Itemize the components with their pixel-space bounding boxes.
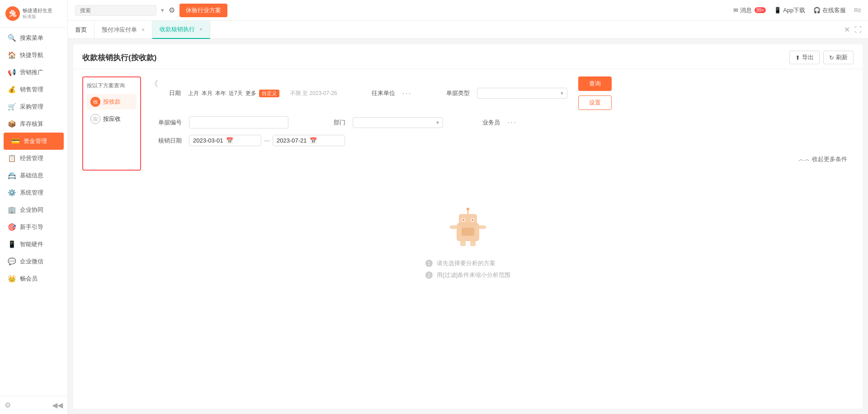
- sidebar-item-finance[interactable]: 💳 资金管理: [4, 133, 64, 150]
- collapse-sidebar-icon[interactable]: ◀◀: [52, 401, 63, 409]
- online-service-button[interactable]: 🎧 在线客服: [813, 6, 846, 14]
- filter-option-label: 按应收: [103, 115, 121, 123]
- filter-main: 日期 上月 本月 本年 近7天 更多 自定义 不限 至 2023-07-26: [158, 76, 854, 171]
- collapse-up-icon: ︿︿: [798, 155, 810, 163]
- finance-icon: 💳: [11, 137, 20, 145]
- topbar-search-input[interactable]: [75, 5, 156, 16]
- collapse-more-conditions-button[interactable]: ︿︿ 收起更多条件: [792, 152, 854, 166]
- tab-expand-icon[interactable]: ⛶: [853, 24, 863, 36]
- svg-point-4: [462, 219, 464, 221]
- setting-button[interactable]: 设置: [578, 95, 612, 110]
- marketing-icon: 📢: [7, 68, 16, 76]
- tabs-actions: ✕ ⛶: [842, 24, 868, 36]
- date-last-month[interactable]: 上月: [188, 90, 199, 97]
- tab-receipt-close-icon[interactable]: ×: [199, 26, 203, 33]
- tab-prepay[interactable]: 预付冲应付单 ×: [94, 21, 152, 39]
- calendar-to-icon[interactable]: 📅: [310, 137, 341, 144]
- filter-option-label: 按收款: [103, 98, 121, 106]
- sidebar-item-inventory[interactable]: 📦 库存核算: [0, 115, 67, 133]
- svg-rect-9: [479, 225, 486, 229]
- date-quick-links: 上月 本月 本年 近7天 更多 自定义: [188, 90, 279, 97]
- message-button[interactable]: ✉ 消息 99+: [733, 6, 766, 14]
- hardware-icon: 📱: [7, 240, 16, 248]
- sidebar-item-label: 库存核算: [20, 120, 43, 128]
- verify-date-to-value: 2023-07-21: [277, 137, 308, 144]
- filter-row-doc: 单据编号 部门 ▾ 业务员 ···: [158, 116, 854, 128]
- svg-rect-8: [450, 225, 457, 229]
- filter-section-bottom: ︿︿ 收起更多条件: [158, 152, 854, 171]
- filter-collapse-arrow-icon[interactable]: 《: [150, 76, 158, 89]
- query-buttons: 查询 设置: [578, 76, 612, 110]
- user-name: Rit: [854, 7, 861, 14]
- settings-icon[interactable]: ⚙: [5, 401, 11, 409]
- date-more[interactable]: 更多: [245, 90, 256, 97]
- sales-filter-label: 业务员: [477, 119, 500, 127]
- app-logo: 兔 畅捷通好生意 标准版: [0, 0, 67, 28]
- date-last-7-days[interactable]: 近7天: [229, 90, 243, 97]
- message-badge: 99+: [755, 7, 766, 13]
- main-area: ▾ ⚙ 休验行业方案 ✉ 消息 99+ 📱 App下载 🎧 在线客服 Rit 首…: [68, 0, 868, 414]
- message-label: 消息: [740, 6, 752, 14]
- doc-num-input[interactable]: [189, 116, 288, 128]
- tab-home-label: 首页: [75, 26, 87, 34]
- sidebar-item-basicinfo[interactable]: 📇 基础信息: [0, 167, 67, 184]
- filter-option-by-receivable[interactable]: 应 按应收: [87, 111, 137, 127]
- verify-date-from-input[interactable]: 2023-03-01 📅: [189, 135, 261, 146]
- tab-receipt[interactable]: 收款核销执行 ×: [152, 21, 210, 39]
- partner-select-dots[interactable]: ···: [402, 89, 412, 98]
- query-button[interactable]: 查询: [578, 76, 612, 91]
- sidebar-item-sales[interactable]: 💰 销售管理: [0, 81, 67, 98]
- svg-rect-12: [462, 228, 474, 236]
- filter-option-by-receipt[interactable]: 收 按收款: [87, 94, 137, 109]
- sales-select-dots[interactable]: ···: [507, 118, 517, 127]
- sidebar-footer: ⚙ ◀◀: [0, 396, 67, 414]
- filter-row-date: 日期 上月 本月 本年 近7天 更多 自定义 不限 至 2023-07-26: [158, 76, 854, 110]
- industry-solution-button[interactable]: 休验行业方案: [179, 4, 227, 17]
- custom-date-tag: 自定义: [259, 90, 279, 97]
- hint-num-2: 2: [425, 271, 433, 279]
- topbar-gear-icon[interactable]: ⚙: [169, 6, 175, 14]
- sidebar-item-label: 销售管理: [20, 86, 43, 94]
- sidebar-item-wechat[interactable]: 💬 企业微信: [0, 253, 67, 270]
- sidebar-item-search[interactable]: 🔍 搜索菜单: [0, 29, 67, 47]
- app-download-label: App下载: [783, 6, 805, 14]
- empty-hints: 1 请先选择要分析的方案 2 用[过滤]条件来缩小分析范围: [425, 257, 511, 281]
- sidebar-item-purchase[interactable]: 🛒 采购管理: [0, 98, 67, 115]
- sidebar-item-label: 新手引导: [20, 223, 43, 231]
- doc-type-select[interactable]: ▾: [477, 88, 567, 99]
- sidebar-item-marketing[interactable]: 📢 营销推广: [0, 64, 67, 81]
- filter-sidebar-title: 按以下方案查询: [87, 82, 137, 90]
- home-icon: 🏠: [7, 51, 16, 59]
- purchase-icon: 🛒: [7, 103, 16, 111]
- mobile-icon: 📱: [774, 7, 781, 14]
- page-title: 收款核销执行(按收款): [82, 52, 156, 63]
- sidebar-item-hardware[interactable]: 📱 智能硬件: [0, 236, 67, 253]
- tab-prepay-close-icon[interactable]: ×: [142, 27, 145, 33]
- sidebar-item-system[interactable]: ⚙️ 系统管理: [0, 184, 67, 201]
- date-this-year[interactable]: 本年: [215, 90, 226, 97]
- tab-close-all-icon[interactable]: ✕: [842, 24, 852, 36]
- refresh-button[interactable]: ↻ 刷新: [823, 51, 854, 64]
- app-edition: 标准版: [23, 14, 52, 20]
- verify-date-to-input[interactable]: 2023-07-21 📅: [273, 135, 345, 146]
- calendar-from-icon[interactable]: 📅: [226, 137, 257, 144]
- dept-select[interactable]: ▾: [353, 117, 443, 128]
- svg-point-5: [472, 219, 473, 221]
- export-icon: ⬆: [795, 54, 800, 61]
- export-button[interactable]: ⬆ 导出: [789, 51, 820, 64]
- doc-type-arrow-icon: ▾: [561, 90, 563, 96]
- tab-home[interactable]: 首页: [68, 21, 94, 39]
- date-this-month[interactable]: 本月: [202, 90, 212, 97]
- app-download-button[interactable]: 📱 App下载: [774, 6, 805, 14]
- sidebar: 兔 畅捷通好生意 标准版 🔍 搜索菜单 🏠 快捷导航 📢 营销推广 💰 销售管理…: [0, 0, 68, 414]
- member-icon: 👑: [7, 275, 16, 283]
- sidebar-item-collab[interactable]: 🏢 企业协同: [0, 201, 67, 219]
- filter-sidebar: 按以下方案查询 收 按收款 应 按应收: [82, 76, 141, 171]
- doc-num-filter-label: 单据编号: [158, 119, 182, 127]
- sidebar-item-member[interactable]: 👑 畅会员: [0, 270, 67, 287]
- topbar-chevron-icon[interactable]: ▾: [161, 7, 164, 14]
- sidebar-item-operations[interactable]: 📋 经营管理: [0, 150, 67, 167]
- sidebar-item-quicknav[interactable]: 🏠 快捷导航: [0, 47, 67, 64]
- sales-icon: 💰: [7, 86, 16, 94]
- sidebar-item-guide[interactable]: 🎯 新手引导: [0, 219, 67, 236]
